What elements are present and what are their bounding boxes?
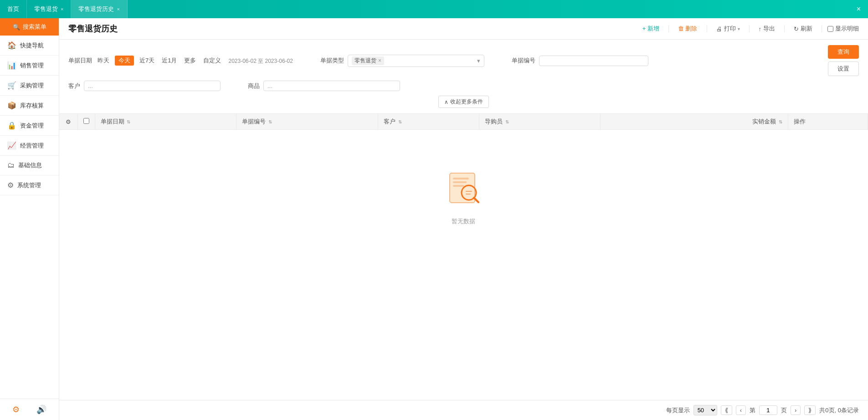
tab-list: 首页 零售退货 × 零售退货历史 × <box>0 0 849 18</box>
date-yesterday[interactable]: 昨天 <box>96 56 111 66</box>
date-1month[interactable]: 近1月 <box>160 56 179 66</box>
sidebar-item-system[interactable]: ⚙ 系统管理 <box>0 175 59 195</box>
first-page-button[interactable]: ⟪ <box>721 405 732 415</box>
divider-3 <box>749 25 750 32</box>
goods-filter: 商品 ... <box>248 81 400 91</box>
toolbar: + 新增 🗑 删除 🖨 🖨 打印 打印 ▾ ↑ 导出 ↻ <box>639 23 859 35</box>
top-bar: 首页 零售退货 × 零售退货历史 × × <box>0 0 868 18</box>
goods-input[interactable]: ... <box>263 81 400 91</box>
svg-rect-0 <box>450 173 475 203</box>
collapse-filter-button[interactable]: ∧ 收起更多条件 <box>438 96 489 108</box>
export-button[interactable]: ↑ 导出 <box>755 23 779 35</box>
select-all-checkbox[interactable] <box>83 118 89 124</box>
page-input[interactable] <box>759 405 777 415</box>
sidebar-search[interactable]: 🔍 搜索菜单 <box>0 18 59 36</box>
divider-4 <box>784 25 785 32</box>
tab-home[interactable]: 首页 <box>0 0 27 18</box>
new-button[interactable]: + 新增 <box>639 23 663 35</box>
customer-ellipsis: ... <box>88 82 93 89</box>
th-customer[interactable]: 客户 ⇅ <box>378 114 479 130</box>
table-container: ⚙ 单据日期 ⇅ 单据编号 ⇅ <box>59 114 868 400</box>
date-today[interactable]: 今天 <box>115 56 134 66</box>
next-page-button[interactable]: › <box>791 405 801 415</box>
th-amount[interactable]: 实销金额 ⇅ <box>601 114 788 130</box>
bill-type-dropdown[interactable]: 零售退货 × ▾ <box>348 55 484 67</box>
sales-icon: 📊 <box>7 61 16 70</box>
filter-area: 单据日期 昨天 今天 近7天 近1月 更多 自定义 2023-06-02 至 2… <box>59 40 868 114</box>
bill-type-tag: 零售退货 × <box>352 56 384 65</box>
divider-1 <box>668 25 669 32</box>
th-actions: 操作 <box>788 114 868 130</box>
sidebar-item-sales[interactable]: 📊 销售管理 <box>0 56 59 76</box>
sort-bill-no-icon: ⇅ <box>268 119 272 124</box>
delete-button[interactable]: 🗑 删除 <box>674 23 701 35</box>
collapse-icon: ∧ <box>444 99 448 105</box>
close-tab-retail-return-history[interactable]: × <box>117 6 119 12</box>
audio-bottom-icon[interactable]: 🔊 <box>36 405 46 415</box>
page-size-label: 每页显示 <box>666 406 690 415</box>
th-bill-date[interactable]: 单据日期 ⇅ <box>95 114 236 130</box>
settings-button[interactable]: 设置 <box>828 61 859 76</box>
refresh-icon: ↻ <box>794 26 799 32</box>
bill-type-tag-remove[interactable]: × <box>378 57 381 64</box>
sidebar-bottom: ⚙ 🔊 <box>0 399 59 420</box>
page-header: 零售退货历史 + 新增 🗑 删除 🖨 🖨 打印 打印 ▾ ↑ 导出 <box>59 18 868 40</box>
export-icon: ↑ <box>759 26 762 32</box>
bill-type-filter: 单据类型 零售退货 × ▾ <box>320 55 484 67</box>
show-detail-checkbox[interactable] <box>827 26 833 32</box>
page-title: 零售退货历史 <box>68 23 118 34</box>
date-range-display: 2023-06-02 至 2023-06-02 <box>228 57 293 65</box>
data-table: ⚙ 单据日期 ⇅ 单据编号 ⇅ <box>59 114 868 262</box>
settings-bottom-icon[interactable]: ⚙ <box>12 405 20 415</box>
sort-customer-icon: ⇅ <box>398 119 402 124</box>
print-dropdown-icon[interactable]: ▾ <box>738 26 740 31</box>
th-checkbox[interactable] <box>77 114 95 130</box>
system-icon: ⚙ <box>7 181 14 190</box>
bill-no-filter: 单据编号 <box>512 56 648 66</box>
search-icon: 🔍 <box>13 24 20 31</box>
sidebar-item-purchase[interactable]: 🛒 采购管理 <box>0 76 59 96</box>
sidebar-item-basics[interactable]: 🗂 基础信息 <box>0 156 59 175</box>
th-settings[interactable]: ⚙ <box>59 114 77 130</box>
divider-2 <box>707 25 707 32</box>
page-size-select[interactable]: 10 20 50 100 <box>693 405 717 415</box>
content-area: 零售退货历史 + 新增 🗑 删除 🖨 🖨 打印 打印 ▾ ↑ 导出 <box>59 18 868 420</box>
inventory-icon: 📦 <box>7 101 16 110</box>
date-shortcuts: 昨天 今天 近7天 近1月 更多 自定义 <box>96 56 223 66</box>
last-page-button[interactable]: ⟫ <box>804 405 816 415</box>
close-tab-retail-return[interactable]: × <box>61 6 63 12</box>
total-records: 共0页, 0条记录 <box>819 406 859 415</box>
goods-ellipsis: ... <box>267 82 272 89</box>
bill-no-input[interactable] <box>539 56 648 66</box>
query-button[interactable]: 查询 <box>828 45 859 59</box>
th-bill-no[interactable]: 单据编号 ⇅ <box>236 114 378 130</box>
tab-retail-return[interactable]: 零售退货 × <box>27 0 71 18</box>
main-layout: 🔍 搜索菜单 🏠 快捷导航 📊 销售管理 🛒 采购管理 📦 库存核算 🔒 资金管… <box>0 18 868 420</box>
action-buttons: 查询 设置 <box>828 45 859 76</box>
filter-row-2: 客户 ... 商品 ... <box>68 81 859 91</box>
th-guide[interactable]: 导购员 ⇅ <box>479 114 601 130</box>
basics-icon: 🗂 <box>7 161 15 169</box>
date-7days[interactable]: 近7天 <box>138 56 156 66</box>
tab-retail-return-history[interactable]: 零售退货历史 × <box>71 0 127 18</box>
app-close-button[interactable]: × <box>849 5 868 13</box>
sidebar-item-operations[interactable]: 📈 经营管理 <box>0 136 59 156</box>
svg-rect-2 <box>453 181 467 183</box>
refresh-button[interactable]: ↻ 刷新 <box>790 23 816 35</box>
customer-input[interactable]: ... <box>84 81 221 91</box>
sidebar-item-finance[interactable]: 🔒 资金管理 <box>0 116 59 136</box>
show-detail-label[interactable]: 显示明细 <box>827 25 859 33</box>
page-label: 第 <box>750 406 755 415</box>
sidebar: 🔍 搜索菜单 🏠 快捷导航 📊 销售管理 🛒 采购管理 📦 库存核算 🔒 资金管… <box>0 18 59 420</box>
sidebar-item-quicknav[interactable]: 🏠 快捷导航 <box>0 36 59 56</box>
sidebar-item-inventory[interactable]: 📦 库存核算 <box>0 96 59 116</box>
print-button[interactable]: 🖨 🖨 打印 打印 ▾ <box>713 23 744 35</box>
page-suffix: 页 <box>781 406 787 415</box>
table-header-row: ⚙ 单据日期 ⇅ 单据编号 ⇅ <box>59 114 868 130</box>
prev-page-button[interactable]: ‹ <box>736 405 746 415</box>
date-custom[interactable]: 自定义 <box>201 56 223 66</box>
date-filter: 单据日期 昨天 今天 近7天 近1月 更多 自定义 2023-06-02 至 2… <box>68 56 293 66</box>
print-icon: 🖨 <box>716 26 722 32</box>
date-more[interactable]: 更多 <box>182 56 198 66</box>
table-settings-icon[interactable]: ⚙ <box>66 118 71 125</box>
